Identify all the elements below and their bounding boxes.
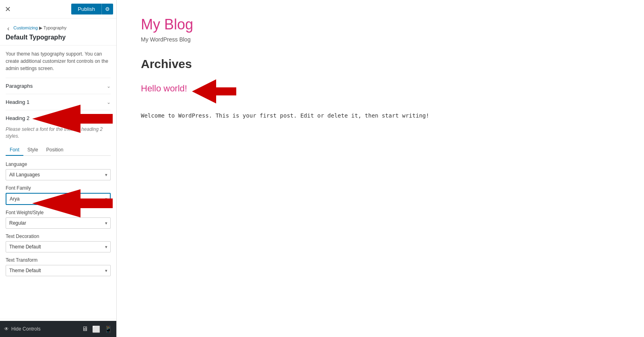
text-transform-select-wrapper: Theme Default None Uppercase [6,265,111,276]
preview-area: My Blog My WordPress Blog Archives Hello… [117,0,644,337]
customizer-panel: ✕ Publish ⚙ ‹ Customizing ▶ Typography D… [0,0,117,337]
font-weight-label: Font Weight/Style [6,210,111,215]
hello-world-link[interactable]: Hello world! [141,83,187,94]
publish-settings-button[interactable]: ⚙ [101,4,113,14]
font-family-select[interactable]: Arya Arial Georgia Helvetica [6,193,111,205]
top-bar: ✕ Publish ⚙ [0,0,116,19]
heading1-label: Heading 1 [6,99,29,105]
font-family-group: Font Family Arya Arial Georgia Helvetica [6,185,111,205]
tabs-row: Font Style Position [6,145,111,156]
back-button[interactable]: ‹ [6,23,11,34]
tab-font[interactable]: Font [6,145,23,156]
language-group: Language All Languages Latin Cyrillic [6,161,111,180]
text-transform-label: Text Transform [6,257,111,263]
device-icons: 🖥 ⬜ 📱 [82,325,112,333]
text-decoration-select[interactable]: Theme Default None Underline [6,241,111,252]
blog-title: My Blog [141,16,620,33]
font-weight-group: Font Weight/Style Regular Bold Italic [6,210,111,229]
heading2-accordion: Heading 2 ⌃ Please select a font for the… [6,110,111,285]
text-decoration-group: Text Decoration Theme Default None Under… [6,234,111,252]
font-family-select-wrapper: Arya Arial Georgia Helvetica [6,193,111,205]
welcome-text: Welcome to WordPress. This is your first… [141,111,620,120]
red-arrow-hello-world [192,77,236,105]
language-label: Language [6,161,111,167]
language-select[interactable]: All Languages Latin Cyrillic [6,169,111,180]
hide-controls-button[interactable]: 👁 Hide Controls [4,326,41,332]
tab-style[interactable]: Style [23,145,42,156]
section-title: Default Typography [6,34,111,41]
breadcrumb-parent[interactable]: Customizing [13,25,38,30]
heading2-chevron-icon: ⌃ [107,116,111,121]
paragraphs-chevron-icon: ⌄ [107,83,111,89]
mobile-icon-button[interactable]: 📱 [104,325,112,333]
font-family-label: Font Family [6,185,111,191]
breadcrumb-section: ‹ Customizing ▶ Typography Default Typog… [0,19,116,45]
breadcrumb: Customizing ▶ Typography [13,25,66,31]
bottom-control-bar: 👁 Hide Controls 🖥 ⬜ 📱 [0,321,116,337]
font-weight-select-wrapper: Regular Bold Italic [6,217,111,229]
paragraphs-accordion: Paragraphs ⌄ [6,78,111,94]
text-transform-select[interactable]: Theme Default None Uppercase [6,265,111,276]
heading1-chevron-icon: ⌄ [107,99,111,105]
text-transform-group: Text Transform Theme Default None Upperc… [6,257,111,276]
heading2-label: Heading 2 [6,115,29,121]
info-text: Your theme has typography support. You c… [6,50,111,72]
heading2-body: Please select a font for the themes head… [6,126,111,285]
text-decoration-label: Text Decoration [6,234,111,239]
blog-subtitle: My WordPress Blog [141,36,620,43]
tab-position[interactable]: Position [42,145,68,156]
heading2-header[interactable]: Heading 2 ⌃ [6,110,111,126]
paragraphs-label: Paragraphs [6,83,33,89]
text-decoration-select-wrapper: Theme Default None Underline [6,241,111,252]
close-button[interactable]: ✕ [3,3,12,15]
eye-icon: 👁 [4,326,9,332]
language-select-wrapper: All Languages Latin Cyrillic [6,169,111,180]
heading2-description: Please select a font for the themes head… [6,126,111,140]
desktop-icon-button[interactable]: 🖥 [82,325,88,333]
heading1-accordion: Heading 1 ⌄ [6,94,111,110]
font-weight-select[interactable]: Regular Bold Italic [6,217,111,229]
panel-content: Your theme has typography support. You c… [0,45,116,319]
heading1-header[interactable]: Heading 1 ⌄ [6,94,111,110]
hide-controls-label: Hide Controls [11,326,41,332]
tablet-icon-button[interactable]: ⬜ [92,325,100,333]
svg-marker-0 [192,79,236,103]
publish-area: Publish ⚙ [71,4,113,14]
archives-heading: Archives [141,57,620,71]
publish-button[interactable]: Publish [71,4,101,14]
paragraphs-header[interactable]: Paragraphs ⌄ [6,78,111,94]
